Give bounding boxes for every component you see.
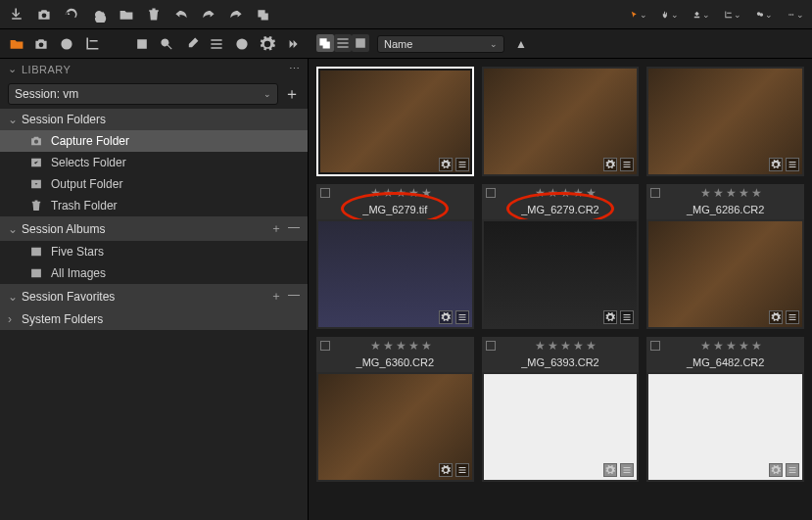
session-add-button[interactable]: ＋: [284, 84, 300, 105]
thumbnail-cell[interactable]: ★★★★★_MG_6279.tif: [316, 184, 474, 329]
meta-badge-icon[interactable]: [620, 158, 634, 171]
circle-icon[interactable]: [233, 35, 251, 53]
adjust-badge-icon[interactable]: [603, 463, 617, 477]
rotate-ccw-icon[interactable]: [63, 6, 80, 24]
redo-icon[interactable]: [227, 6, 245, 24]
thumbnail[interactable]: [482, 67, 640, 176]
adjust-icon[interactable]: [108, 35, 125, 53]
thumbnail[interactable]: [646, 219, 804, 329]
cursor-icon[interactable]: ⌄: [630, 6, 647, 24]
thumbnail[interactable]: [482, 219, 640, 329]
grid-view-button[interactable]: [316, 34, 334, 52]
tree-item[interactable]: Five Stars: [0, 241, 308, 262]
overflow-icon[interactable]: [283, 35, 301, 53]
redo-alt-icon[interactable]: [200, 6, 217, 24]
thumbnail-cell[interactable]: [316, 67, 474, 176]
clone-icon[interactable]: ⌄: [755, 6, 773, 24]
filmstrip-view-button[interactable]: [352, 34, 369, 52]
star-rating[interactable]: ★★★★★: [334, 339, 470, 353]
star-rating[interactable]: ★★★★★: [500, 186, 636, 200]
meta-badge-icon[interactable]: [455, 310, 469, 324]
select-checkbox[interactable]: [320, 341, 330, 351]
thumbnail-cell[interactable]: ★★★★★_MG_6482.CR2: [646, 337, 804, 482]
group-remove-button[interactable]: —: [288, 220, 300, 237]
sort-direction-button[interactable]: ▲: [512, 35, 530, 53]
meta-badge-icon[interactable]: [620, 463, 634, 477]
library-header[interactable]: ⌄ LIBRARY ⋯: [0, 59, 308, 79]
adjust-badge-icon[interactable]: [769, 158, 783, 171]
import-icon[interactable]: [8, 6, 25, 24]
thumbnail[interactable]: [316, 219, 474, 329]
meta-badge-icon[interactable]: [455, 158, 469, 171]
select-checkbox[interactable]: [320, 188, 330, 198]
search-icon[interactable]: [158, 35, 175, 53]
meta-badge-icon[interactable]: [786, 310, 799, 324]
select-checkbox[interactable]: [486, 188, 496, 198]
tree-group-header[interactable]: ⌄Session Folders: [0, 109, 308, 130]
thumbnail[interactable]: [646, 67, 804, 176]
meta-badge-icon[interactable]: [786, 158, 799, 171]
brush-icon[interactable]: [183, 35, 201, 53]
undo-icon[interactable]: [172, 6, 190, 24]
list-view-button[interactable]: [334, 34, 352, 52]
select-checkbox[interactable]: [650, 188, 660, 198]
adjust-badge-icon[interactable]: [439, 310, 453, 324]
star-rating[interactable]: ★★★★★: [500, 339, 636, 353]
thumbnail-cell[interactable]: ★★★★★_MG_6286.CR2: [646, 184, 804, 329]
thumbnail-cell[interactable]: ★★★★★_MG_6393.CR2: [482, 337, 640, 482]
camera-icon[interactable]: [33, 35, 51, 53]
tree-group-header[interactable]: ›System Folders: [0, 308, 308, 330]
group-remove-button[interactable]: —: [288, 288, 300, 305]
group-add-button[interactable]: ＋: [270, 220, 282, 237]
adjust-badge-icon[interactable]: [603, 310, 617, 324]
list-icon[interactable]: [209, 35, 226, 53]
more-icon[interactable]: ⌄: [787, 6, 804, 24]
star-rating[interactable]: ★★★★★: [334, 186, 470, 200]
library-menu-icon[interactable]: ⋯: [289, 63, 301, 75]
thumbnail[interactable]: [482, 372, 640, 482]
trash-icon[interactable]: [145, 6, 163, 24]
tree-group-header[interactable]: ⌄Session Albums＋—: [0, 216, 308, 241]
adjust-badge-icon[interactable]: [769, 310, 783, 324]
crop-tool-icon[interactable]: [83, 35, 101, 53]
capture-icon[interactable]: [35, 6, 53, 24]
tree-item[interactable]: All Images: [0, 262, 308, 284]
thumbnail-cell[interactable]: ★★★★★_MG_6279.CR2: [482, 184, 640, 329]
tree-group-header[interactable]: ⌄Session Favorites＋—: [0, 284, 308, 308]
windows-icon[interactable]: [255, 6, 272, 24]
meta-badge-icon[interactable]: [786, 463, 799, 477]
tree-item[interactable]: Trash Folder: [0, 195, 308, 216]
select-checkbox[interactable]: [650, 341, 660, 351]
meta-badge-icon[interactable]: [620, 310, 634, 324]
group-add-button[interactable]: ＋: [270, 288, 282, 305]
folder-icon[interactable]: [8, 35, 25, 53]
crop-icon[interactable]: ⌄: [724, 6, 741, 24]
tree-item[interactable]: Capture Folder: [0, 130, 308, 152]
thumbnail-cell[interactable]: [646, 67, 804, 176]
rotate-cw-icon[interactable]: [90, 6, 108, 24]
gear-icon[interactable]: [259, 35, 276, 53]
thumbnail[interactable]: [316, 67, 474, 176]
adjust-badge-icon[interactable]: [439, 463, 453, 477]
thumbnail[interactable]: [316, 372, 474, 482]
sort-field-select[interactable]: Name ⌄: [377, 35, 504, 53]
thumbnail-cell[interactable]: [482, 67, 640, 176]
tree-item[interactable]: Output Folder: [0, 173, 308, 195]
select-checkbox[interactable]: [486, 341, 496, 351]
thumbnail[interactable]: [646, 372, 804, 482]
adjust-badge-icon[interactable]: [769, 463, 783, 477]
lens-icon[interactable]: [58, 35, 75, 53]
star-rating[interactable]: ★★★★★: [664, 339, 800, 353]
adjust-badge-icon[interactable]: [603, 158, 617, 171]
meta-badge-icon[interactable]: [455, 463, 469, 477]
fill-icon[interactable]: ⌄: [693, 6, 710, 24]
pan-icon[interactable]: ⌄: [661, 6, 679, 24]
session-select[interactable]: Session: vm ⌄: [8, 83, 278, 105]
thumbnail-browser[interactable]: ★★★★★_MG_6279.tif★★★★★_MG_6279.CR2★★★★★_…: [309, 59, 812, 520]
crop2-icon[interactable]: [133, 35, 151, 53]
thumbnail-cell[interactable]: ★★★★★_MG_6360.CR2: [316, 337, 474, 482]
adjust-badge-icon[interactable]: [439, 158, 453, 171]
star-rating[interactable]: ★★★★★: [664, 186, 800, 200]
folder-up-icon[interactable]: [118, 6, 135, 24]
tree-item[interactable]: Selects Folder: [0, 152, 308, 173]
